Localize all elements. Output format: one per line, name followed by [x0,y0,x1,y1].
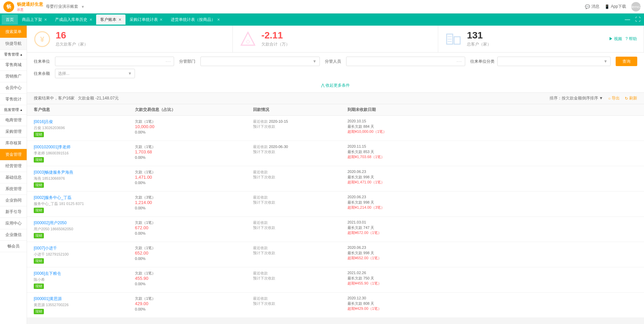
debt-amount-6[interactable]: 455.90 [135,276,253,281]
debt-amount-3[interactable]: 1,214.00 [135,200,253,205]
debt-info-0: 欠款（1笔） 10,000.00 0.00% [135,119,253,134]
overdue-amount-7[interactable]: 超期¥429.00（1笔） [347,306,637,311]
tab-close-3[interactable]: × [118,17,121,22]
filter-group-unit: 往来单位 ··· [34,57,174,66]
collection-next-1: 预计下次收款 [253,149,347,154]
sidebar-item-ecommerce[interactable]: 电商管理 [0,115,27,126]
debt-desc-0: 欠款（1笔） [135,119,253,124]
sidebar-item-inventory[interactable]: 库存核算 [0,138,27,149]
tab-goods-stats[interactable]: 进货单统计表（按商品） × [167,14,224,25]
debt-amount-2[interactable]: 1,471.00 [135,175,253,180]
overdue-amount-2[interactable]: 超期¥1,471.00（1笔） [347,180,637,185]
sidebar-item-wechat[interactable]: 企业微信 [0,229,27,241]
sidebar-item-basic-info[interactable]: 基础信息 [0,172,27,183]
customer-name-7[interactable]: [000001]黄思源 [34,296,135,302]
results-actions: 排序：按欠款金额倒序排序 ▼ ○ 导出 ↻ 刷新 [550,95,637,101]
svg-rect-5 [454,37,460,44]
sidebar-item-retail-stats[interactable]: 零售统计 [0,94,27,105]
export-btn[interactable]: ○ 导出 [608,95,620,101]
tab-home[interactable]: 首页 [2,14,18,25]
debt-amount-4[interactable]: 672.00 [135,225,253,230]
debt-percent-3: 0.00% [135,206,253,210]
minimize-btn[interactable]: — [623,17,632,23]
overdue-days-3: 最长欠款 998 天 [347,200,637,205]
tab-close-2[interactable]: × [89,17,92,22]
overdue-amount-5[interactable]: 超期¥652.00（1笔） [347,256,637,261]
sidebar-item-marketing[interactable]: 营销推广 [0,71,27,82]
tab-close-5[interactable]: × [217,17,220,22]
query-button[interactable]: 查询 [616,57,637,66]
sidebar-item-operations[interactable]: 经营管理 [0,160,27,172]
video-link[interactable]: ▶ 视频 [609,36,622,42]
filter-select-balance[interactable]: 选择... ▼ [55,69,135,78]
sidebar-item-changhui[interactable]: 畅会员 [0,241,27,252]
maximize-btn[interactable]: ⛶ [634,17,642,23]
user-menu[interactable]: demo2 [631,2,641,11]
debt-desc-2: 欠款（1笔） [135,170,253,175]
sidebar-item-enterprise[interactable]: 企业协同 [0,195,27,206]
stat-card-debtors: ¥ 16 总欠款客户（家） [27,26,233,52]
debt-amount-1[interactable]: 1,703.68 [135,149,253,154]
customer-name-2[interactable]: [0003]畅捷服务尹海燕 [34,170,135,175]
filter-group-balance: 往来余额 选择... ▼ [34,69,135,78]
overdue-amount-4[interactable]: 超期¥672.00（1笔） [347,230,637,235]
filter-input-unit[interactable]: ··· [55,57,174,66]
overdue-amount-1[interactable]: 超期¥1,703.68（1笔） [347,154,637,159]
collapse-bar[interactable]: ⋀ 收起更多条件 [34,81,637,88]
debt-amount-0[interactable]: 10,000.00 [135,124,253,129]
tab-purchase-stats[interactable]: 采购订单统计表 × [125,14,167,25]
customer-name-6[interactable]: [0006]去下粮仓 [34,271,135,276]
collection-info-2: 最近收款 预计下次收款 [253,170,347,180]
content-area: ¥ 16 总欠款客户（家） ◇ -2.11 欠款合计（万） [27,26,644,324]
sidebar-item-newbie[interactable]: 新手引导 [0,206,27,218]
customer-name-3[interactable]: [0002]服务中心_丁磊 [34,195,135,201]
sidebar-item-member-center[interactable]: 会员中心 [0,82,27,94]
data-table: 客户信息 欠款交易信息（占比） 回款情况 到期未收款日期 [0016]吕俊 吕俊… [27,104,644,318]
sidebar-item-wholesale-mgmt[interactable]: 批发管理 [0,105,27,115]
tab-close-4[interactable]: × [160,17,163,22]
message-btn[interactable]: 💬 消息 [585,4,599,9]
table-row: [0006]去下粮仓 陈小希 现销 欠款（1笔） 455.90 0.00% 最近… [27,267,644,293]
filter-input-manager[interactable]: ··· [346,57,465,66]
sidebar-item-retail-mall[interactable]: 零售商城 [0,59,27,71]
debt-desc-6: 欠款（1笔） [135,271,253,276]
customer-tag-4: 现销 [34,233,44,238]
customer-name-1[interactable]: [0001020001]李老师 [34,144,135,150]
stat-card-debt-total: ◇ -2.11 欠款合计（万） [233,26,439,52]
debt-amount-7[interactable]: 429.00 [135,301,253,306]
tab-close-1[interactable]: × [44,17,47,22]
quick-nav-btn[interactable]: 快捷导航 [0,38,27,50]
customer-name-0[interactable]: [0016]吕俊 [34,119,135,125]
collection-info-1: 最近收款 2020-06-30 预计下次收款 [253,144,347,154]
customer-name-5[interactable]: [0007]小进千 [34,245,135,251]
overdue-amount-0[interactable]: 超期¥10,000.00（1笔） [347,129,637,134]
sidebar-item-purchase-mgmt[interactable]: 采购管理 [0,126,27,138]
refresh-btn[interactable]: ↻ 刷新 [625,95,637,101]
sidebar-item-app-center[interactable]: 应用中心 [0,218,27,229]
help-link[interactable]: ? 帮助 [625,36,637,42]
company-dropdown[interactable]: ▼ [81,5,85,9]
tab-customer-ledger[interactable]: 客户账本 × [96,14,125,25]
tab-production-history[interactable]: 产成品入库单历史 × [51,14,96,25]
collection-label-5: 最近收款 [253,246,268,250]
search-menu-btn[interactable]: 搜索菜单 [0,26,27,38]
due-info-1: 2020.11.15 最长欠款 853 天 超期¥1,703.68（1笔） [347,144,637,159]
overdue-amount-6[interactable]: 超期¥455.90（1笔） [347,281,637,286]
filter-select-category[interactable]: ▼ [497,57,611,66]
sidebar-item-retail-mgmt[interactable]: 零售管理 [0,50,27,59]
avatar: demo2 [631,2,641,11]
overdue-amount-3[interactable]: 超期¥1,214.00（3笔） [347,205,637,210]
debt-amount-5[interactable]: 652.00 [135,251,253,256]
customer-phone-7: 黄思源 13552700226 [34,302,135,307]
collection-date-1: 2020-06-30 [269,145,288,149]
dept-dropdown-icon: ▼ [313,59,317,64]
sidebar-item-system[interactable]: 系统管理 [0,183,27,195]
sidebar-item-finance[interactable]: 资金管理 [0,149,27,160]
overdue-days-2: 最长欠款 998 天 [347,175,637,180]
customer-name-4[interactable]: [000002]用户2050 [34,220,135,226]
app-download-btn[interactable]: 📱 App下载 [605,4,626,9]
filter-select-dept[interactable]: ▼ [200,57,319,66]
sort-dropdown-icon[interactable]: ▼ [599,96,603,100]
tab-product-listing[interactable]: 商品上下架 × [18,14,51,25]
debt-info-3: 欠款（3笔） 1,214.00 0.00% [135,195,253,210]
